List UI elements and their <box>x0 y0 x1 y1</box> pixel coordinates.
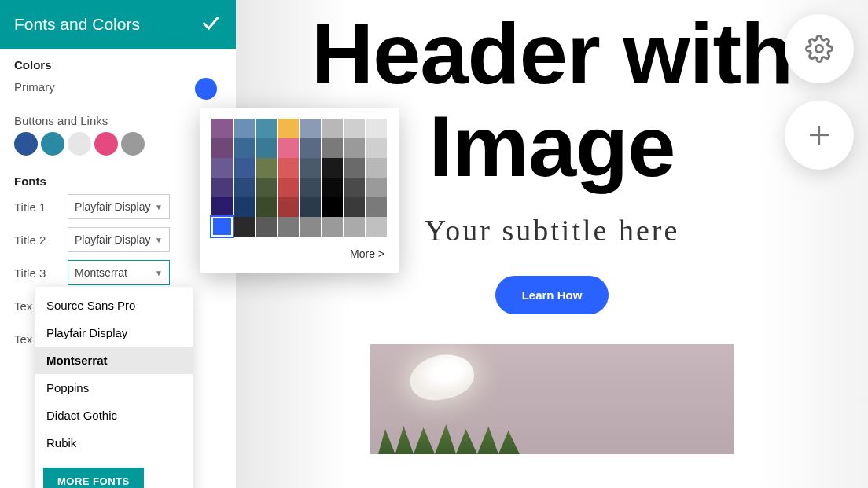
color-cell[interactable] <box>366 158 387 178</box>
color-cell[interactable] <box>278 158 299 178</box>
gear-icon <box>805 35 833 63</box>
color-cell[interactable] <box>211 138 233 158</box>
color-cell[interactable] <box>344 217 365 237</box>
color-cell[interactable] <box>366 197 387 217</box>
color-cell[interactable] <box>256 138 277 158</box>
hero-title-line2: Image <box>429 97 675 194</box>
color-cell[interactable] <box>322 138 343 158</box>
more-fonts-button[interactable]: MORE FONTS <box>43 468 144 488</box>
color-cell[interactable] <box>322 217 343 237</box>
chevron-down-icon: ▼ <box>155 236 163 244</box>
color-cell[interactable] <box>300 119 321 138</box>
color-swatch[interactable] <box>121 132 145 156</box>
fonts-section-title: Fonts <box>14 174 222 188</box>
color-cell[interactable] <box>234 178 255 197</box>
color-cell[interactable] <box>366 138 387 158</box>
settings-fab[interactable] <box>785 14 854 83</box>
color-picker-popover: More > <box>200 108 399 273</box>
color-cell[interactable] <box>256 119 277 138</box>
color-cell[interactable] <box>278 217 299 237</box>
color-swatch[interactable] <box>41 132 64 156</box>
color-cell[interactable] <box>300 178 321 197</box>
hero-image[interactable] <box>370 344 734 454</box>
color-cell[interactable] <box>344 178 365 197</box>
plant-graphic <box>378 423 520 454</box>
color-cell[interactable] <box>256 158 277 178</box>
font-select[interactable]: Montserrat▼ <box>68 260 170 285</box>
color-cell[interactable] <box>234 138 255 158</box>
color-cell[interactable] <box>366 178 387 197</box>
color-cell[interactable] <box>300 197 321 217</box>
color-grid <box>211 119 388 237</box>
font-dropdown: Source Sans ProPlayfair DisplayMontserra… <box>35 287 193 488</box>
color-cell[interactable] <box>256 178 277 197</box>
color-cell[interactable] <box>278 178 299 197</box>
color-cell[interactable] <box>344 138 365 158</box>
color-swatch[interactable] <box>14 132 38 156</box>
font-select[interactable]: Playfair Display▼ <box>68 227 170 252</box>
font-select[interactable]: Playfair Display▼ <box>68 194 170 219</box>
color-cell[interactable] <box>234 158 255 178</box>
confirm-icon[interactable] <box>200 12 222 37</box>
font-option[interactable]: Didact Gothic <box>35 402 193 429</box>
color-cell[interactable] <box>211 197 233 217</box>
color-swatch[interactable] <box>94 132 118 156</box>
button-color-swatches <box>14 132 222 156</box>
color-cell[interactable] <box>322 119 343 138</box>
font-option[interactable]: Montserrat <box>35 347 193 374</box>
color-cell[interactable] <box>322 178 343 197</box>
font-row-label: Title 3 <box>14 266 61 280</box>
color-cell[interactable] <box>256 217 277 237</box>
font-row: Title 2Playfair Display▼ <box>14 227 222 252</box>
font-option[interactable]: Source Sans Pro <box>35 292 193 319</box>
chevron-down-icon: ▼ <box>155 203 163 211</box>
lamp-graphic <box>406 349 478 405</box>
color-cell[interactable] <box>278 138 299 158</box>
color-cell[interactable] <box>344 158 365 178</box>
panel-header: Fonts and Colors <box>0 0 236 49</box>
color-cell[interactable] <box>300 138 321 158</box>
color-swatch[interactable] <box>68 132 91 156</box>
color-cell[interactable] <box>322 158 343 178</box>
colors-section-title: Colors <box>14 58 222 72</box>
chevron-down-icon: ▼ <box>155 269 163 277</box>
color-cell[interactable] <box>344 119 365 138</box>
font-option[interactable]: Playfair Display <box>35 319 193 347</box>
color-cell[interactable] <box>211 119 233 138</box>
color-cell[interactable] <box>278 119 299 138</box>
color-cell[interactable] <box>278 197 299 217</box>
color-cell[interactable] <box>366 119 387 138</box>
color-cell[interactable] <box>344 197 365 217</box>
primary-color-swatch[interactable] <box>195 78 217 100</box>
primary-label: Primary <box>14 80 55 94</box>
color-cell[interactable] <box>234 197 255 217</box>
color-cell[interactable] <box>234 119 255 138</box>
font-row: Title 3Montserrat▼ <box>14 260 222 285</box>
font-row-label: Title 1 <box>14 200 61 214</box>
hero-title-line1: Header with <box>311 5 793 101</box>
color-cell[interactable] <box>211 158 233 178</box>
color-cell[interactable] <box>300 158 321 178</box>
font-row-label: Title 2 <box>14 233 61 247</box>
color-cell[interactable] <box>300 217 321 237</box>
font-row: Title 1Playfair Display▼ <box>14 194 222 219</box>
color-cell[interactable] <box>211 178 233 197</box>
color-cell[interactable] <box>211 217 233 237</box>
svg-point-0 <box>816 46 823 53</box>
hero-subtitle[interactable]: Your subtitle here <box>425 213 680 248</box>
color-cell[interactable] <box>366 217 387 237</box>
buttons-links-label: Buttons and Links <box>14 114 222 127</box>
color-cell[interactable] <box>256 197 277 217</box>
plus-icon <box>805 121 833 149</box>
color-cell[interactable] <box>322 197 343 217</box>
color-cell[interactable] <box>234 217 255 237</box>
font-option[interactable]: Poppins <box>35 374 193 402</box>
add-fab[interactable] <box>785 101 854 170</box>
more-colors-link[interactable]: More > <box>211 237 388 262</box>
cta-button[interactable]: Learn How <box>495 276 609 314</box>
panel-title: Fonts and Colors <box>14 15 140 34</box>
font-option[interactable]: Rubik <box>35 429 193 457</box>
